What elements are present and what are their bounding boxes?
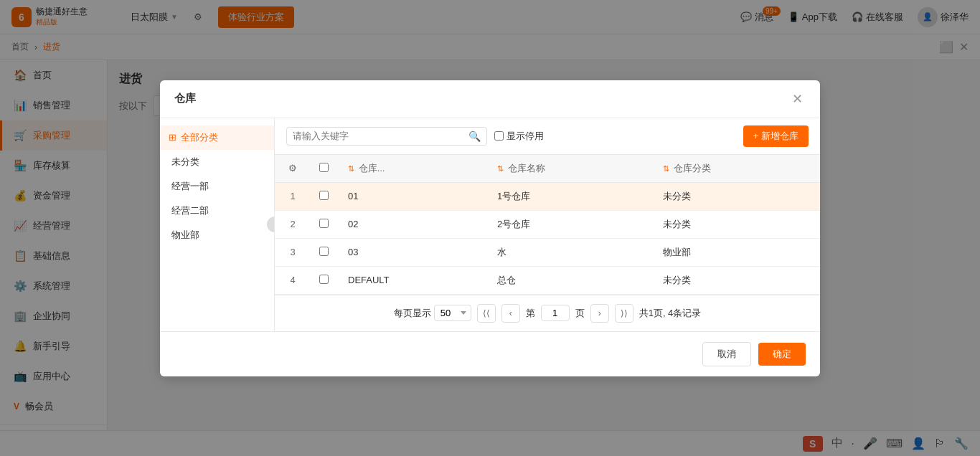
add-warehouse-button[interactable]: + 新增仓库	[743, 125, 809, 147]
row-name-2: 2号仓库	[489, 210, 654, 238]
row-category-2: 未分类	[654, 210, 820, 238]
cancel-button[interactable]: 取消	[702, 342, 751, 366]
row-checkbox-1[interactable]	[311, 182, 339, 210]
table-panel: 🔍 显示停用 + 新增仓库 ⚙	[275, 118, 820, 331]
category-all-button[interactable]: ⊞ 全部分类	[160, 125, 274, 150]
sort-icon-name: ⇅	[497, 164, 504, 173]
table-row[interactable]: 2 02 2号仓库 未分类	[275, 210, 820, 238]
settings-col-icon[interactable]: ⚙	[288, 163, 297, 174]
category-item-property[interactable]: 物业部	[160, 223, 274, 247]
confirm-button[interactable]: 确定	[758, 343, 806, 366]
warehouse-modal: 仓库 ✕ ⊞ 全部分类 未分类 经营一部 经营二部 物业部 《	[160, 80, 820, 376]
total-info: 共1页, 4条记录	[639, 307, 702, 320]
warehouse-table-wrap: ⚙ ⇅ 仓库... ⇅	[275, 155, 820, 295]
col-category-header[interactable]: ⇅ 仓库分类	[654, 155, 820, 183]
grid-icon: ⊞	[169, 132, 176, 143]
page-first-button[interactable]: ⟨⟨	[477, 304, 496, 323]
table-header-row: ⚙ ⇅ 仓库... ⇅	[275, 155, 820, 183]
row-code-1: 01	[339, 182, 489, 210]
modal-title: 仓库	[174, 92, 196, 105]
category-item-uncategorized[interactable]: 未分类	[160, 150, 274, 174]
row-code-3: 03	[339, 238, 489, 266]
search-icon[interactable]: 🔍	[468, 130, 481, 142]
category-panel: ⊞ 全部分类 未分类 经营一部 经营二部 物业部 《	[160, 118, 275, 331]
modal-footer: 取消 确定	[160, 331, 820, 376]
table-row[interactable]: 3 03 水 物业部	[275, 238, 820, 266]
row-code-4: DEFAULT	[339, 266, 489, 294]
col-code-header[interactable]: ⇅ 仓库...	[339, 155, 489, 183]
pagination: 每页显示 50 100 200 ⟨⟨ ‹ 第 页 › ⟩⟩ 共1页, 4条记录	[275, 295, 820, 331]
modal-header: 仓库 ✕	[160, 80, 820, 118]
row-num-3: 3	[275, 238, 311, 266]
page-next-button[interactable]: ›	[590, 304, 609, 323]
table-row[interactable]: 1 01 1号仓库 未分类	[275, 182, 820, 210]
row-category-4: 未分类	[654, 266, 820, 294]
sort-icon-code: ⇅	[348, 164, 354, 173]
search-box: 🔍	[286, 127, 487, 146]
show-disabled-checkbox-label[interactable]: 显示停用	[494, 130, 544, 143]
warehouse-table: ⚙ ⇅ 仓库... ⇅	[275, 155, 820, 295]
col-settings-header: ⚙	[275, 155, 311, 183]
table-toolbar: 🔍 显示停用 + 新增仓库	[275, 118, 820, 155]
row-name-1: 1号仓库	[489, 182, 654, 210]
sort-icon-category: ⇅	[663, 164, 669, 173]
row-num-4: 4	[275, 266, 311, 294]
category-item-dept1[interactable]: 经营一部	[160, 174, 274, 199]
page-size-select[interactable]: 50 100 200	[434, 305, 471, 321]
page-last-button[interactable]: ⟩⟩	[615, 304, 633, 323]
row-checkbox-4[interactable]	[311, 266, 339, 294]
modal-body: ⊞ 全部分类 未分类 经营一部 经营二部 物业部 《 🔍	[160, 118, 820, 331]
modal-close-button[interactable]: ✕	[788, 90, 806, 108]
row-checkbox-2[interactable]	[311, 210, 339, 238]
page-prev-button[interactable]: ‹	[501, 304, 520, 323]
row-code-2: 02	[339, 210, 489, 238]
page-size-wrap: 每页显示 50 100 200	[394, 305, 471, 321]
show-disabled-checkbox[interactable]	[494, 131, 504, 141]
table-row[interactable]: 4 DEFAULT 总仓 未分类	[275, 266, 820, 294]
category-item-dept2[interactable]: 经营二部	[160, 199, 274, 223]
select-all-checkbox[interactable]	[319, 163, 329, 172]
row-category-1: 未分类	[654, 182, 820, 210]
row-num-2: 2	[275, 210, 311, 238]
search-input[interactable]	[293, 130, 468, 141]
row-name-4: 总仓	[489, 266, 654, 294]
col-name-header[interactable]: ⇅ 仓库名称	[489, 155, 654, 183]
row-category-3: 物业部	[654, 238, 820, 266]
modal-overlay: 仓库 ✕ ⊞ 全部分类 未分类 经营一部 经营二部 物业部 《	[0, 0, 980, 456]
page-number-input[interactable]	[541, 305, 570, 321]
row-num-1: 1	[275, 182, 311, 210]
row-name-3: 水	[489, 238, 654, 266]
col-checkbox-header	[311, 155, 339, 183]
row-checkbox-3[interactable]	[311, 238, 339, 266]
